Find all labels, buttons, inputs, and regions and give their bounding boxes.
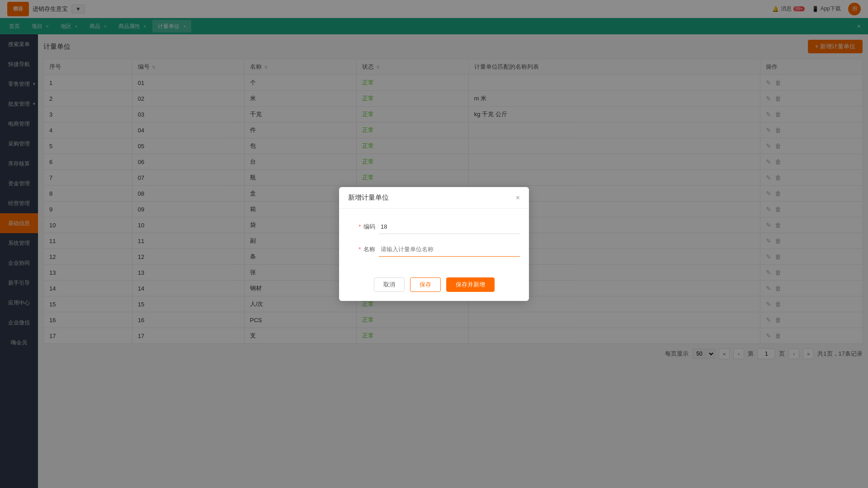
code-label: * 编码 [348, 223, 375, 231]
modal-header: 新增计量单位 × [339, 187, 529, 209]
name-label: * 名称 [348, 245, 375, 253]
form-row-name: * 名称 [348, 242, 520, 257]
modal-overlay[interactable]: 新增计量单位 × * 编码 * 名称 取消 保存 保存并新增 [0, 0, 868, 488]
save-new-button[interactable]: 保存并新增 [446, 277, 495, 292]
modal-add-unit: 新增计量单位 × * 编码 * 名称 取消 保存 保存并新增 [339, 187, 529, 301]
code-required: * [359, 223, 361, 230]
form-row-code: * 编码 [348, 220, 520, 234]
name-required: * [359, 246, 361, 253]
modal-body: * 编码 * 名称 [339, 209, 529, 272]
name-input[interactable] [379, 242, 520, 257]
modal-close-btn[interactable]: × [516, 194, 520, 202]
code-input[interactable] [379, 220, 520, 234]
cancel-button[interactable]: 取消 [374, 277, 405, 292]
save-button[interactable]: 保存 [410, 277, 441, 292]
modal-footer: 取消 保存 保存并新增 [339, 272, 529, 301]
modal-title: 新增计量单位 [348, 193, 389, 202]
